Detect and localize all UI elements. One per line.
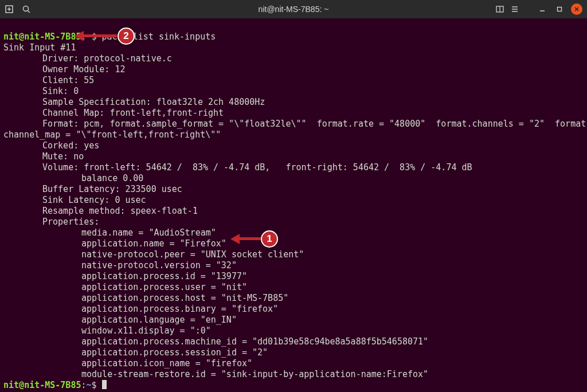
prop-media-name: media.name = "AudioStream": [3, 228, 584, 238]
prop-app-process-id: application.process.id = "13977": [3, 271, 584, 282]
output-channel-map: Channel Map: front-left,front-right: [3, 108, 584, 119]
output-volume-line1: Volume: front-left: 54642 / 83% / -4.74 …: [3, 162, 584, 173]
prop-native-protocol-version: native-protocol.version = "32": [3, 260, 584, 271]
prop-app-machine-id: application.process.machine_id = "dd01b3…: [3, 336, 584, 347]
output-resample: Resample method: speex-float-1: [3, 206, 584, 217]
prop-app-icon-name: application.icon_name = "firefox": [3, 358, 584, 369]
terminal-cursor: [102, 380, 107, 389]
window-close-button[interactable]: [571, 3, 582, 15]
output-volume-line2: balance 0.00: [3, 173, 584, 184]
output-properties-label: Properties:: [3, 217, 584, 228]
window-maximize-button[interactable]: [554, 3, 565, 15]
window-titlebar: nit@nit-MS-7B85: ~: [0, 0, 587, 18]
output-client: Client: 55: [3, 75, 584, 86]
window-minimize-button[interactable]: [537, 3, 548, 15]
svg-rect-11: [558, 7, 562, 11]
prompt-user: nit: [3, 32, 19, 42]
output-format-line1: Format: pcm, format.sample_format = "\"f…: [3, 119, 584, 130]
output-sample-spec: Sample Specification: float32le 2ch 4800…: [3, 97, 584, 108]
output-owner-module: Owner Module: 12: [3, 64, 584, 75]
annotation-badge-2: 2: [118, 28, 135, 45]
annotation-badge-1: 1: [261, 230, 278, 248]
sink-input-header: Sink Input #11: [3, 42, 76, 53]
prop-window-display: window.x11.display = ":0": [3, 326, 584, 336]
output-corked: Corked: yes: [3, 140, 584, 151]
output-sink: Sink: 0: [3, 86, 584, 97]
search-icon[interactable]: [22, 5, 31, 14]
prop-app-session-id: application.process.session_id = "2": [3, 347, 584, 358]
prop-module-stream-restore: module-stream-restore.id = "sink-input-b…: [3, 369, 584, 380]
split-icon[interactable]: [495, 5, 504, 14]
output-mute: Mute: no: [3, 151, 584, 162]
prompt-host: nit-MS-7B85: [24, 32, 81, 42]
prop-app-process-host: application.process.host = "nit-MS-7B85": [3, 293, 584, 304]
output-sink-latency: Sink Latency: 0 usec: [3, 195, 584, 206]
prompt-line-2: nit@nit-MS-7B85:~$: [3, 380, 107, 390]
prop-app-language: application.language = "en_IN": [3, 315, 584, 326]
prop-application-name: application.name = "Firefox": [3, 238, 584, 249]
svg-line-4: [28, 11, 30, 13]
output-format-line2: channel_map = "\"front-left,front-right\…: [3, 130, 221, 140]
output-driver: Driver: protocol-native.c: [3, 53, 584, 64]
prop-app-process-binary: application.process.binary = "firefox": [3, 304, 584, 315]
new-tab-icon[interactable]: [5, 5, 14, 14]
hamburger-menu-icon[interactable]: [510, 5, 519, 14]
terminal-output-area[interactable]: nit@nit-MS-7B85:~$ pactl list sink-input…: [0, 18, 587, 391]
svg-point-3: [24, 6, 29, 11]
prop-app-process-user: application.process.user = "nit": [3, 282, 584, 293]
output-buffer-latency: Buffer Latency: 233500 usec: [3, 184, 584, 195]
prop-native-protocol-peer: native-protocol.peer = "UNIX socket clie…: [3, 249, 584, 260]
